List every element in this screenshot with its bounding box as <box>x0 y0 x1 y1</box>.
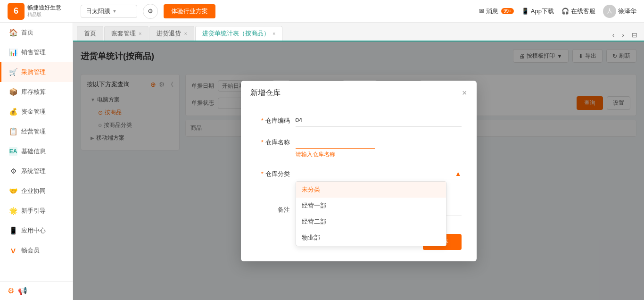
sidebar-item-finance[interactable]: 💰 资金管理 <box>0 102 73 122</box>
warehouse-code-row: 仓库编码 <box>256 114 462 127</box>
tab-label: 账套管理 <box>111 29 136 38</box>
store-name: 日太阳膜 <box>86 7 110 16</box>
dropdown-item-unclassified[interactable]: 未分类 <box>296 182 446 198</box>
tab-close-icon[interactable]: × <box>184 31 187 36</box>
avatar: 人 <box>603 5 616 18</box>
dropdown-item-dept3[interactable]: 物业部 <box>296 230 446 246</box>
category-dropdown: 未分类 经营一部 经营二部 物业部 <box>296 181 446 246</box>
tab-label: 首页 <box>84 29 96 38</box>
warehouse-category-row: 仓库分类 ▲ 未分类 经营一部 经营二部 物业部 <box>256 167 462 180</box>
warehouse-name-input[interactable] <box>296 135 375 149</box>
chevron-up-icon[interactable]: ▲ <box>455 170 462 177</box>
sidebar-item-label: 采购管理 <box>21 68 46 76</box>
note-label: 备注 <box>256 203 290 214</box>
tab-close-icon[interactable]: × <box>272 31 275 36</box>
main-layout: 🏠 首页 📊 销售管理 🛒 采购管理 📦 库存核算 💰 资金管理 📋 经营管理 … <box>0 23 644 300</box>
category-label: 仓库分类 <box>256 167 290 178</box>
sidebar-item-purchase[interactable]: 🛒 采购管理 <box>0 62 73 82</box>
dialog-body: 仓库编码 仓库名称 请输入仓库名称 <box>241 104 477 234</box>
logo-area: 6 畅捷通好生意 精品版 <box>8 3 81 20</box>
settings-bottom-icon[interactable]: ⚙ <box>8 286 14 295</box>
logo-title: 畅捷通好生意 <box>27 4 61 12</box>
sidebar-item-label: 新手引导 <box>21 207 46 215</box>
sidebar-item-label: 企业协同 <box>21 187 46 195</box>
sidebar-bottom: ⚙ 📢 <box>0 281 73 300</box>
sidebar-item-vip[interactable]: V 畅会员 <box>0 241 73 260</box>
tab-close-icon[interactable]: × <box>139 31 141 36</box>
inventory-icon: 📦 <box>9 88 17 96</box>
sidebar-item-label: 基础信息 <box>21 147 46 156</box>
tab-purchase-return[interactable]: 进货退货 × <box>149 26 194 41</box>
sales-icon: 📊 <box>9 48 17 57</box>
operations-icon: 📋 <box>9 127 17 136</box>
warehouse-code-input[interactable] <box>296 114 462 127</box>
sidebar-item-inventory[interactable]: 📦 库存核算 <box>0 82 73 102</box>
logo-text: 畅捷通好生意 精品版 <box>27 4 61 18</box>
page-content: 进货单统计(按商品) 🖨 按模板打印 ▼ ⬇ 导出 ↻ 刷新 <box>73 42 644 300</box>
sidebar-item-enterprise[interactable]: 🤝 企业协同 <box>0 181 73 201</box>
tab-purchase-stats[interactable]: 进货单统计表（按商品） × <box>195 26 282 41</box>
sidebar-item-sales[interactable]: 📊 销售管理 <box>0 42 73 62</box>
sidebar-item-app-center[interactable]: 📱 应用中心 <box>0 221 73 241</box>
guide-icon: 🌟 <box>9 207 17 215</box>
tab-label: 进货退货 <box>157 29 181 38</box>
sidebar-item-system[interactable]: ⚙ 系统管理 <box>0 161 73 181</box>
modal-overlay[interactable]: 新增仓库 × 仓库编码 仓库名称 <box>73 42 644 300</box>
online-service-button[interactable]: 🎧 在线客服 <box>561 7 595 16</box>
prev-tab-icon[interactable]: ‹ <box>610 29 618 41</box>
top-header: 6 畅捷通好生意 精品版 日太阳膜 ▼ ⚙ 体验行业方案 ✉ 消息 99+ 📱 … <box>0 0 644 23</box>
sidebar-item-label: 资金管理 <box>21 108 46 116</box>
message-icon: ✉ <box>479 8 484 15</box>
finance-icon: 💰 <box>9 108 17 116</box>
code-label: 仓库编码 <box>256 114 290 125</box>
dialog-close-button[interactable]: × <box>462 89 467 97</box>
enterprise-icon: 🤝 <box>9 187 17 195</box>
settings-icon[interactable]: ⚙ <box>143 4 158 19</box>
category-input[interactable] <box>296 167 462 180</box>
home-icon: 🏠 <box>9 28 17 37</box>
dropdown-item-dept1[interactable]: 经营一部 <box>296 198 446 214</box>
logo-badge: 精品版 <box>27 11 61 18</box>
messages-count-badge: 99+ <box>501 8 514 14</box>
tabs-controls: ‹ › ⊟ <box>610 29 640 41</box>
trial-button[interactable]: 体验行业方案 <box>164 4 215 18</box>
category-select-wrap: ▲ <box>296 167 462 180</box>
app-logo-icon: 6 <box>8 3 25 20</box>
mobile-icon: 📱 <box>521 8 529 15</box>
user-area[interactable]: 人 徐泽华 <box>603 5 636 18</box>
system-icon: ⚙ <box>9 167 17 175</box>
tabs-bar: 首页 账套管理 × 进货退货 × 进货单统计表（按商品） × ‹ › ⊟ <box>73 23 644 42</box>
sidebar-item-operations[interactable]: 📋 经营管理 <box>0 122 73 142</box>
store-selector[interactable]: 日太阳膜 ▼ <box>81 5 137 18</box>
tab-account[interactable]: 账套管理 × <box>104 26 149 41</box>
sidebar-item-label: 畅会员 <box>21 246 40 255</box>
header-right: ✉ 消息 99+ 📱 App下载 🎧 在线客服 人 徐泽华 <box>479 5 636 18</box>
tab-menu-icon[interactable]: ⊟ <box>629 29 640 41</box>
sidebar-item-home[interactable]: 🏠 首页 <box>0 23 73 42</box>
tab-home[interactable]: 首页 <box>77 26 103 41</box>
speaker-icon[interactable]: 📢 <box>18 286 27 295</box>
sidebar-item-basic-info[interactable]: EA 基础信息 <box>0 142 73 161</box>
basic-info-icon: EA <box>9 147 17 156</box>
dropdown-item-dept2[interactable]: 经营二部 <box>296 214 446 230</box>
sidebar-item-label: 销售管理 <box>21 48 46 57</box>
vip-icon: V <box>9 246 17 255</box>
headset-icon: 🎧 <box>561 8 569 15</box>
sidebar-item-label: 应用中心 <box>21 226 46 235</box>
purchase-icon: 🛒 <box>9 68 17 76</box>
messages-button[interactable]: ✉ 消息 99+ <box>479 7 514 16</box>
content-area: 首页 账套管理 × 进货退货 × 进货单统计表（按商品） × ‹ › ⊟ <box>73 23 644 300</box>
sidebar-item-label: 首页 <box>21 28 33 37</box>
dialog-header: 新增仓库 × <box>241 81 477 104</box>
name-error-message: 请输入仓库名称 <box>256 150 335 158</box>
app-download-button[interactable]: 📱 App下载 <box>521 7 554 16</box>
dialog-title: 新增仓库 <box>250 88 281 98</box>
chevron-down-icon: ▼ <box>112 8 117 14</box>
tab-label: 进货单统计表（按商品） <box>202 29 270 38</box>
next-tab-icon[interactable]: › <box>619 29 627 41</box>
warehouse-name-row: 仓库名称 请输入仓库名称 <box>256 135 462 158</box>
app-center-icon: 📱 <box>9 226 17 235</box>
sidebar-item-guide[interactable]: 🌟 新手引导 <box>0 201 73 221</box>
app-download-label: App下载 <box>531 7 554 16</box>
new-warehouse-dialog: 新增仓库 × 仓库编码 仓库名称 <box>241 81 477 261</box>
